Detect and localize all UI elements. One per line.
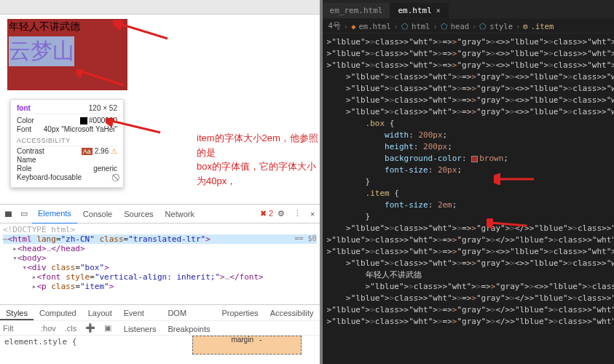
tab-network[interactable]: Network (160, 205, 200, 223)
devtools-panel: ⯀ ▭ Elements Console Sources Network ✖ 2… (0, 204, 320, 364)
svg-line-4 (491, 223, 527, 226)
crumb-file[interactable]: em.html (359, 22, 391, 31)
annotation-text: item的字体大小2em，他参照的是 box的字体值，它的字体大小为40px， (197, 131, 320, 188)
tt-role-label: Role (17, 165, 32, 173)
page-viewport: 年轻人不讲武德 云梦山 font 120 × 52 Color#000000 F… (0, 15, 320, 204)
devtools-tabs: ⯀ ▭ Elements Console Sources Network ✖ 2… (0, 205, 320, 223)
tt-kf-label: Keyboard-focusable (17, 173, 82, 182)
svg-line-0 (120, 24, 168, 39)
tt-contrast-label: Contrast (17, 147, 44, 155)
arrow-icon (113, 20, 171, 42)
dom-doctype: <!DOCTYPE html> (3, 225, 317, 234)
svg-line-2 (111, 121, 160, 132)
tab-accessibility[interactable]: Accessibility (264, 305, 320, 320)
tab-styles[interactable]: Styles (0, 305, 34, 320)
add-rule-icon[interactable]: ➕ (81, 323, 100, 333)
device-toggle-icon[interactable]: ▭ (16, 209, 32, 218)
more-styles-icon[interactable]: ▣ (100, 323, 116, 333)
more-icon[interactable]: ⋮ (289, 209, 306, 218)
element-style-block[interactable]: element.style { (0, 336, 174, 364)
tt-contrast-value: Aa2.96 ⚠ (82, 147, 117, 155)
styles-filter-row: :hov .cls ➕ ▣ (0, 320, 320, 335)
crumb-head[interactable]: head (451, 22, 469, 31)
code-editor[interactable]: >"lblue">>class>>"wht">>=>>"gray">><>>"l… (323, 33, 614, 328)
element-inspector-tooltip: font 120 × 52 Color#000000 Font40px "Mic… (10, 99, 124, 188)
browser-devtools-pane: 年轻人不讲武德 云梦山 font 120 × 52 Color#000000 F… (0, 0, 323, 364)
arrow-icon (487, 218, 530, 230)
settings-gear-icon[interactable]: ⚙ (273, 209, 289, 218)
tab-em-rem[interactable]: em_rem.html (323, 3, 391, 18)
tt-color-label: Color (17, 116, 34, 124)
vscode-pane: em_rem.html em.html× 4号› ◆em.html› ⬠html… (323, 0, 614, 364)
item-element: 云梦山 (9, 36, 74, 66)
crumb-html[interactable]: html (412, 22, 430, 31)
dom-font-line[interactable]: ▸<font style="vertical-align: inherit;">… (3, 272, 317, 282)
tab-event-listeners[interactable]: Event Listeners (118, 305, 162, 320)
dom-html-line[interactable]: ⋯<html lang="zh-CN" class="translated-lt… (3, 234, 317, 244)
browser-chrome-bar (0, 0, 320, 15)
box-model-margin: margin - (192, 336, 302, 355)
box-text-line1: 年轻人不讲武德 (7, 19, 127, 35)
tab-console[interactable]: Console (77, 205, 118, 223)
tab-computed[interactable]: Computed (34, 305, 82, 320)
dom-tree[interactable]: <!DOCTYPE html> ⋯<html lang="zh-CN" clas… (0, 223, 320, 304)
dom-p-item[interactable]: ▸<p class="item"> (3, 282, 317, 291)
tab-elements[interactable]: Elements (32, 204, 77, 224)
styles-filter-input[interactable] (0, 324, 36, 333)
tab-dom-breakpoints[interactable]: DOM Breakpoints (162, 305, 216, 320)
tab-em[interactable]: em.html× (390, 3, 448, 18)
crumb-style[interactable]: style (489, 22, 513, 31)
styles-tabs: Styles Computed Layout Event Listeners D… (0, 304, 320, 320)
error-count-badge[interactable]: ✖ 2 (260, 209, 273, 218)
tt-font-label: Font (17, 125, 31, 133)
tab-properties[interactable]: Properties (216, 305, 264, 320)
tooltip-tag: font (17, 104, 31, 112)
crumb-item[interactable]: .item (531, 22, 554, 31)
dom-head-line[interactable]: ▸<head>…</head> (3, 244, 317, 253)
arrow-icon (494, 173, 538, 185)
tt-role-value: generic (93, 165, 117, 173)
dom-body-open[interactable]: ▾<body> (3, 253, 317, 263)
close-icon[interactable]: × (436, 7, 441, 15)
arrow-icon (106, 118, 164, 136)
crumb-folder[interactable]: 4号 (328, 21, 341, 31)
hov-toggle[interactable]: :hov (36, 324, 60, 333)
svg-line-1 (81, 71, 124, 85)
tab-layout[interactable]: Layout (82, 305, 118, 320)
tt-a11y-header: ACCESSIBILITY (17, 137, 117, 146)
inspect-icon[interactable]: ⯀ (0, 210, 16, 218)
tt-name-label: Name (17, 156, 36, 164)
dom-div-box[interactable]: ▾<div class="box"> (3, 263, 317, 272)
arrow-icon (76, 69, 127, 87)
tooltip-dims: 120 × 52 (89, 104, 117, 112)
close-devtools-icon[interactable]: × (306, 210, 319, 218)
styles-body: element.style { margin - (0, 335, 320, 364)
vscode-tabs: em_rem.html em.html× (323, 0, 614, 19)
cls-toggle[interactable]: .cls (60, 324, 82, 333)
breadcrumb[interactable]: 4号› ◆em.html› ⬠html› ⬠head› ⬠style› ⚙.it… (323, 19, 614, 33)
tab-sources[interactable]: Sources (118, 205, 159, 223)
